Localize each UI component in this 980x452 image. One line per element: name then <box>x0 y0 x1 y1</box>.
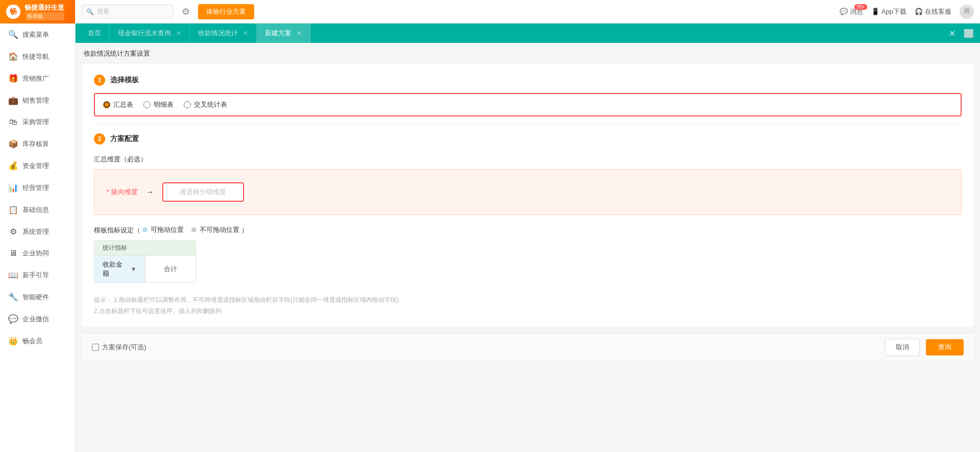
finance-icon: 💰 <box>8 161 18 171</box>
fixed-dot <box>191 227 197 232</box>
chevron-down-icon[interactable]: ▼ <box>131 266 137 273</box>
metrics-section: 模板指标设定（ 可拖动位置 不可拖动位置 ） 统计指标 收款金额 <box>94 225 962 284</box>
radio-cross[interactable]: 交叉统计表 <box>184 100 227 109</box>
wechat-icon: 💬 <box>8 314 18 324</box>
search-box[interactable]: 🔍 搜索 <box>82 5 174 18</box>
movable-dot <box>142 227 148 232</box>
search-icon-top: 🔍 <box>86 8 94 15</box>
tab-cash-bank[interactable]: 现金银行流水查询 ✕ <box>110 23 190 43</box>
collab-icon: 🖥 <box>8 249 18 258</box>
close-window-icon[interactable]: ✕ <box>947 27 958 40</box>
sidebar-item-newbie[interactable]: 📖 新手引导 <box>0 264 75 286</box>
sidebar-item-quick-nav[interactable]: 🏠 快捷导航 <box>0 45 75 67</box>
topbar: 🔍 搜索 ⚙ 体验行业方案 💬 消息 99+ 📱 App下载 🎧 在线客服 用 <box>76 0 980 23</box>
sidebar-item-member[interactable]: 👑 畅会员 <box>0 330 75 352</box>
online-service-button[interactable]: 🎧 在线客服 <box>915 7 951 16</box>
sidebar-item-operation[interactable]: 📊 经营管理 <box>0 177 75 199</box>
tab-receipt-stat[interactable]: 收款情况统计 ✕ <box>190 23 257 43</box>
sidebar-item-smart-hw[interactable]: 🔧 智能硬件 <box>0 286 75 308</box>
step2-header: 2 方案配置 <box>94 133 962 145</box>
chart-icon: 📊 <box>8 183 18 193</box>
gear-icon: ⚙ <box>8 227 18 236</box>
logo-text: 畅捷通好生意 标准版 <box>24 3 64 20</box>
sidebar-item-inventory[interactable]: 📦 库存核算 <box>0 133 75 155</box>
main-area: 🔍 搜索 ⚙ 体验行业方案 💬 消息 99+ 📱 App下载 🎧 在线客服 用 … <box>76 0 980 452</box>
gift-icon: 🎁 <box>8 74 18 83</box>
trial-button[interactable]: 体验行业方案 <box>198 4 254 19</box>
metrics-row: 收款金额 ▼ 合计 <box>94 256 195 282</box>
message-badge: 99+ <box>854 4 867 10</box>
divider1 <box>94 125 962 125</box>
sidebar-item-marketing[interactable]: 🎁 营销推广 <box>0 67 75 89</box>
search-icon: 🔍 <box>8 30 18 39</box>
tab-new-plan[interactable]: 新建方案 ✕ <box>257 23 310 43</box>
step2-badge: 2 <box>94 133 105 145</box>
metrics-legend: 可拖动位置 不可拖动位置 <box>142 225 240 234</box>
step1-title: 选择模板 <box>110 76 139 85</box>
sidebar-item-search-menu[interactable]: 🔍 搜索菜单 <box>0 23 75 45</box>
sidebar-item-basic-info[interactable]: 📋 基础信息 <box>0 199 75 221</box>
inventory-icon: 📦 <box>8 139 18 149</box>
tab-close-receipt-stat[interactable]: ✕ <box>243 30 248 37</box>
radio-cross-input[interactable] <box>184 101 191 108</box>
sidebar-item-finance[interactable]: 💰 资金管理 <box>0 155 75 177</box>
sales-icon: 💼 <box>8 96 18 105</box>
dim-select-box[interactable]: 请选择分组维度 <box>162 182 244 202</box>
info-icon: 📋 <box>8 205 18 215</box>
settings-icon[interactable]: ⚙ <box>180 4 192 19</box>
radio-detail[interactable]: 明细表 <box>143 100 174 109</box>
logo-icon: 畅 <box>6 5 20 19</box>
cancel-button[interactable]: 取消 <box>885 339 920 356</box>
radio-summary-input[interactable] <box>103 101 110 108</box>
dimension-area: * 纵向维度 → 请选择分组维度 <box>94 169 962 215</box>
maximize-window-icon[interactable]: ⬜ <box>962 27 976 40</box>
search-placeholder: 搜索 <box>97 7 109 16</box>
sidebar-item-sys-mgmt[interactable]: ⚙ 系统管理 <box>0 221 75 243</box>
sidebar-item-corp-collab[interactable]: 🖥 企业协同 <box>0 243 75 264</box>
metrics-table: 统计指标 收款金额 ▼ 合计 <box>94 240 196 283</box>
page-title: 收款情况统计方案设置 <box>82 49 974 58</box>
user-avatar[interactable]: 用 <box>960 5 974 19</box>
member-icon: 👑 <box>8 336 18 346</box>
hw-icon: 🔧 <box>8 292 18 302</box>
save-checkbox[interactable] <box>92 344 99 351</box>
template-section: 汇总表 明细表 交叉统计表 <box>94 93 962 116</box>
metrics-header: 统计指标 <box>94 241 195 256</box>
service-icon: 🎧 <box>915 8 923 15</box>
tab-close-new-plan[interactable]: ✕ <box>297 30 302 37</box>
radio-summary[interactable]: 汇总表 <box>103 100 133 109</box>
sidebar-item-purchase[interactable]: 🛍 采购管理 <box>0 111 75 133</box>
message-button[interactable]: 💬 消息 99+ <box>840 7 863 16</box>
vertical-dim-label: * 纵向维度 <box>107 187 138 197</box>
download-icon: 📱 <box>871 8 879 15</box>
metrics-cell-amount[interactable]: 收款金额 ▼ <box>94 256 145 282</box>
sidebar-item-sales[interactable]: 💼 销售管理 <box>0 89 75 111</box>
step1-badge: 1 <box>94 75 105 86</box>
purchase-icon: 🛍 <box>8 117 18 127</box>
step2-title: 方案配置 <box>110 134 139 144</box>
tab-window-controls: ✕ ⬜ <box>947 27 976 40</box>
main-card: 1 选择模板 汇总表 明细表 交叉统计表 <box>82 64 974 327</box>
metrics-title: 模板指标设定（ 可拖动位置 不可拖动位置 ） <box>94 225 962 235</box>
metrics-cell-total: 合计 <box>145 260 196 278</box>
dimension-config: 汇总维度（必选） * 纵向维度 → 请选择分组维度 <box>94 155 962 215</box>
book-icon: 📖 <box>8 270 18 280</box>
save-option[interactable]: 方案保存(可选) <box>92 343 146 352</box>
sidebar-item-corp-wechat[interactable]: 💬 企业微信 <box>0 308 75 330</box>
query-button[interactable]: 查询 <box>926 339 964 355</box>
step1-header: 1 选择模板 <box>94 75 962 86</box>
template-radio-group: 汇总表 明细表 交叉统计表 <box>103 100 227 109</box>
bottom-bar: 方案保存(可选) 取消 查询 <box>82 333 974 361</box>
tab-home[interactable]: 首页 <box>80 23 110 43</box>
home-icon: 🏠 <box>8 52 18 61</box>
content-area: 收款情况统计方案设置 1 选择模板 汇总表 明细表 <box>76 43 980 452</box>
tab-close-cash-bank[interactable]: ✕ <box>176 30 181 37</box>
tips-section: 提示： 1.拖动标题栏可以调整布局，不可跨维度或指标区域拖动栏目字段(只能在同一… <box>94 295 962 317</box>
message-icon: 💬 <box>840 8 848 15</box>
app-download-button[interactable]: 📱 App下载 <box>871 7 906 16</box>
arrow-icon: → <box>146 187 154 197</box>
sidebar-logo: 畅 畅捷通好生意 标准版 <box>0 0 75 23</box>
topbar-right: 💬 消息 99+ 📱 App下载 🎧 在线客服 用 <box>840 5 974 19</box>
dimension-title: 汇总维度（必选） <box>94 155 962 164</box>
radio-detail-input[interactable] <box>143 101 151 108</box>
